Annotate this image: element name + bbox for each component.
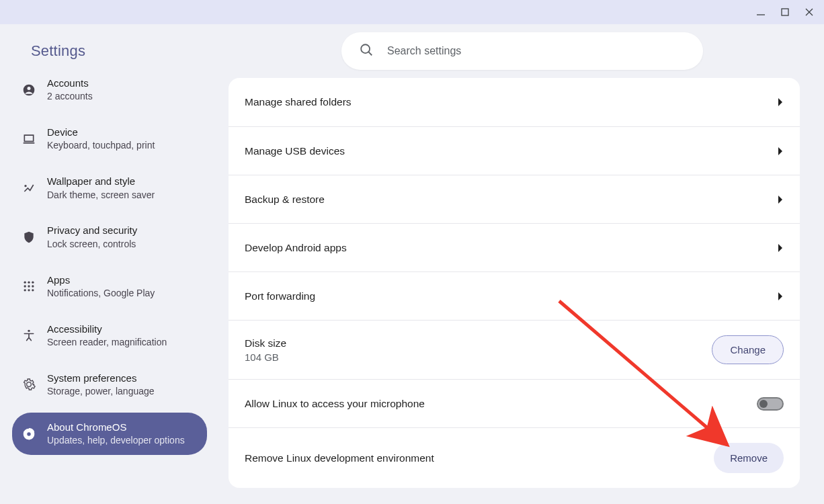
mic-access-toggle[interactable] (757, 397, 784, 411)
sidebar-item-subtitle: 2 accounts (47, 90, 93, 103)
settings-sidebar: Accounts 2 accounts Device Keyboard, tou… (0, 78, 219, 504)
sidebar-item-label: Wallpaper and style (47, 175, 155, 188)
sidebar-item-subtitle: Dark theme, screen saver (47, 189, 155, 202)
disk-size-value: 104 GB (245, 351, 286, 363)
row-label: Port forwarding (245, 290, 315, 302)
sidebar-item-subtitle: Keyboard, touchpad, print (47, 139, 155, 152)
row-label: Manage USB devices (245, 145, 345, 157)
sidebar-item-device[interactable]: Device Keyboard, touchpad, print (12, 118, 207, 160)
sidebar-item-label: Privacy and security (47, 224, 137, 237)
sidebar-item-subtitle: Updates, help, developer options (47, 434, 185, 447)
app-title: Settings (31, 42, 85, 60)
sidebar-item-label: Accounts (47, 78, 93, 90)
svg-rect-1 (782, 9, 788, 15)
chevron-right-icon (777, 243, 784, 253)
svg-point-16 (28, 289, 30, 291)
svg-point-12 (24, 285, 26, 287)
svg-point-9 (24, 282, 26, 284)
row-linux-microphone: Allow Linux to access your microphone (229, 379, 800, 427)
svg-point-20 (27, 431, 32, 436)
row-disk-size: Disk size 104 GB Change (229, 320, 800, 379)
chevron-right-icon (777, 291, 784, 302)
chevron-right-icon (777, 146, 784, 157)
sidebar-item-subtitle: Storage, power, language (47, 385, 155, 398)
sidebar-item-subtitle: Notifications, Google Play (47, 287, 155, 300)
window-close-button[interactable] (798, 3, 820, 22)
chrome-icon (22, 427, 36, 442)
sidebar-item-subtitle: Lock screen, controls (47, 238, 137, 251)
change-disk-size-button[interactable]: Change (712, 335, 784, 364)
sidebar-item-privacy[interactable]: Privacy and security Lock screen, contro… (12, 216, 207, 258)
account-icon (22, 83, 36, 97)
window-maximize-button[interactable] (774, 3, 796, 22)
sidebar-item-subtitle: Screen reader, magnification (47, 336, 167, 349)
settings-panel: Manage shared folders Manage USB devices… (219, 78, 824, 504)
window-minimize-button[interactable] (750, 3, 772, 22)
sidebar-item-accounts[interactable]: Accounts 2 accounts (12, 78, 207, 111)
svg-point-14 (32, 285, 34, 287)
svg-point-17 (32, 289, 34, 291)
svg-point-7 (28, 87, 31, 90)
svg-point-13 (28, 285, 30, 287)
svg-point-11 (32, 282, 34, 284)
linux-settings-card: Manage shared folders Manage USB devices… (229, 78, 800, 488)
chevron-right-icon (777, 97, 784, 108)
sidebar-item-label: Device (47, 126, 155, 139)
row-remove-linux: Remove Linux development environment Rem… (229, 427, 800, 488)
shield-icon (22, 230, 36, 245)
search-icon (359, 42, 374, 60)
row-label: Manage shared folders (245, 96, 352, 108)
row-label: Disk size (245, 337, 286, 349)
sidebar-item-label: System preferences (47, 372, 155, 385)
window-titlebar (0, 0, 824, 24)
svg-point-4 (361, 44, 370, 53)
sidebar-item-label: About ChromeOS (47, 421, 185, 434)
svg-point-15 (24, 289, 26, 291)
sidebar-item-label: Accessibility (47, 323, 167, 336)
row-label: Allow Linux to access your microphone (245, 398, 425, 410)
sidebar-item-label: Apps (47, 274, 155, 287)
svg-point-10 (28, 282, 30, 284)
sidebar-item-apps[interactable]: Apps Notifications, Google Play (12, 265, 207, 308)
laptop-icon (22, 132, 36, 146)
gear-icon (22, 377, 36, 392)
sidebar-item-accessibility[interactable]: Accessibility Screen reader, magnificati… (12, 314, 207, 357)
row-usb-devices[interactable]: Manage USB devices (229, 126, 800, 175)
sidebar-item-about[interactable]: About ChromeOS Updates, help, developer … (12, 413, 207, 455)
search-box[interactable] (341, 32, 703, 70)
row-label: Develop Android apps (245, 242, 347, 254)
remove-linux-button[interactable]: Remove (714, 443, 784, 473)
svg-line-5 (368, 52, 372, 55)
brush-icon (22, 181, 36, 196)
row-backup-restore[interactable]: Backup & restore (229, 175, 800, 223)
sidebar-item-wallpaper[interactable]: Wallpaper and style Dark theme, screen s… (12, 167, 207, 209)
sidebar-item-system[interactable]: System preferences Storage, power, langu… (12, 364, 207, 406)
row-develop-android[interactable]: Develop Android apps (229, 223, 800, 271)
svg-point-18 (28, 330, 30, 332)
search-input[interactable] (387, 45, 686, 57)
row-label: Backup & restore (245, 194, 325, 206)
apps-grid-icon (22, 279, 36, 294)
row-port-forwarding[interactable]: Port forwarding (229, 271, 800, 320)
row-shared-folders[interactable]: Manage shared folders (229, 78, 800, 126)
row-label: Remove Linux development environment (245, 452, 434, 464)
app-header: Settings (0, 24, 824, 78)
chevron-right-icon (777, 194, 784, 205)
svg-point-8 (24, 185, 26, 187)
accessibility-icon (22, 328, 36, 343)
